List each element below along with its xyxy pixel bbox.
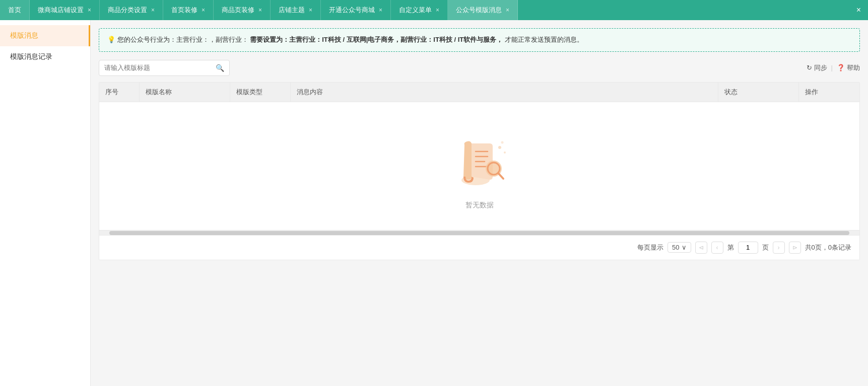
sync-label: 同步 — [814, 63, 827, 72]
tab-category-close[interactable]: × — [151, 7, 155, 14]
next-page-button[interactable]: › — [773, 242, 785, 254]
page-size-value: 50 — [672, 244, 679, 251]
tab-weshop-label: 微商城店铺设置 — [38, 6, 84, 15]
tab-product-decor-label: 商品页装修 — [222, 6, 254, 15]
tab-theme-close[interactable]: × — [309, 7, 312, 14]
help-icon: ❓ — [837, 64, 845, 71]
sidebar-item-template-record[interactable]: 模版消息记录 — [0, 46, 90, 67]
tab-mp-store-label: 开通公众号商城 — [329, 6, 375, 15]
close-all-button[interactable]: × — [849, 6, 868, 15]
col-action: 操作 — [799, 83, 859, 102]
tab-template-msg-close[interactable]: × — [506, 7, 509, 14]
prev-page-button[interactable]: ‹ — [711, 242, 723, 254]
sidebar-item-template-msg[interactable]: 模版消息 — [0, 25, 90, 46]
col-type: 模版类型 — [230, 83, 291, 102]
help-label: 帮助 — [847, 63, 860, 72]
sidebar-item-template-record-label: 模版消息记录 — [10, 52, 52, 60]
first-page-button[interactable]: ⊲ — [695, 242, 707, 254]
search-input[interactable] — [104, 64, 216, 71]
tab-theme-label: 店铺主题 — [279, 6, 305, 15]
notice-banner: 💡 您的公众号行业为：主营行业：，副营行业： 需要设置为：主营行业：IT科技 /… — [99, 28, 860, 52]
sync-button[interactable]: ↻ 同步 — [807, 63, 827, 72]
svg-point-8 — [498, 146, 501, 149]
page-input[interactable] — [738, 242, 758, 254]
notice-highlight: 需要设置为：主营行业：IT科技 / 互联网|电子商务，副营行业：IT科技 / I… — [250, 36, 503, 43]
horizontal-scrollbar[interactable] — [99, 230, 859, 235]
tab-home-label: 首页 — [8, 6, 21, 15]
tab-bar: 首页 微商城店铺设置 × 商品分类设置 × 首页装修 × 商品页装修 × 店铺主… — [0, 0, 868, 20]
sidebar: 模版消息 模版消息记录 — [0, 20, 91, 386]
col-content: 消息内容 — [291, 83, 718, 102]
notice-prefix: 您的公众号行业为：主营行业：，副营行业： — [117, 36, 248, 43]
col-status: 状态 — [718, 83, 799, 102]
main-content: 💡 您的公众号行业为：主营行业：，副营行业： 需要设置为：主营行业：IT科技 /… — [91, 20, 868, 386]
tab-home-decor-label: 首页装修 — [171, 6, 197, 15]
col-seq: 序号 — [99, 83, 140, 102]
tab-custom-menu[interactable]: 自定义菜单 × — [391, 0, 448, 20]
tab-template-msg[interactable]: 公众号模版消息 × — [448, 0, 518, 20]
table-header: 序号 模版名称 模版类型 消息内容 状态 操作 — [99, 83, 859, 102]
last-page-button[interactable]: ⊳ — [789, 242, 801, 254]
tab-mp-store-close[interactable]: × — [379, 7, 382, 14]
pagination: 每页显示 50 ∨ ⊲ ‹ 第 页 › ⊳ 共0页，0条记录 — [99, 235, 859, 260]
data-table: 序号 模版名称 模版类型 消息内容 状态 操作 — [99, 82, 860, 260]
page-size-select[interactable]: 50 ∨ — [667, 242, 691, 253]
notice-suffix: 才能正常发送预置的消息。 — [505, 36, 583, 43]
search-bar: 🔍 ↻ 同步 | ❓ 帮助 — [99, 60, 860, 76]
svg-point-10 — [501, 141, 503, 143]
tab-category[interactable]: 商品分类设置 × — [100, 0, 163, 20]
help-button[interactable]: ❓ 帮助 — [837, 63, 860, 72]
tab-mp-store[interactable]: 开通公众号商城 × — [321, 0, 391, 20]
total-info: 共0页，0条记录 — [805, 243, 851, 252]
tab-product-decor-close[interactable]: × — [258, 7, 262, 14]
search-input-wrap[interactable]: 🔍 — [99, 60, 230, 76]
toolbar-right: ↻ 同步 | ❓ 帮助 — [807, 63, 860, 72]
tab-category-label: 商品分类设置 — [108, 6, 147, 15]
sidebar-item-template-msg-label: 模版消息 — [10, 31, 38, 39]
tab-weshop-close[interactable]: × — [88, 7, 91, 14]
page-label: 第 — [727, 243, 734, 252]
tab-theme[interactable]: 店铺主题 × — [271, 0, 321, 20]
tab-custom-menu-close[interactable]: × — [436, 7, 439, 14]
scrollbar-thumb[interactable] — [109, 231, 849, 235]
tab-home-decor[interactable]: 首页装修 × — [163, 0, 214, 20]
sync-icon: ↻ — [807, 64, 812, 71]
empty-text: 暂无数据 — [465, 201, 494, 210]
svg-line-7 — [498, 173, 503, 179]
col-name: 模版名称 — [140, 83, 230, 102]
tab-custom-menu-label: 自定义菜单 — [399, 6, 432, 15]
svg-point-9 — [504, 151, 506, 153]
tab-product-decor[interactable]: 商品页装修 × — [214, 0, 271, 20]
notice-icon: 💡 — [107, 36, 117, 43]
tab-template-msg-label: 公众号模版消息 — [456, 6, 502, 15]
tab-home-decor-close[interactable]: × — [202, 7, 205, 14]
page-size-dropdown-icon: ∨ — [682, 244, 687, 251]
search-icon[interactable]: 🔍 — [216, 64, 224, 72]
tab-home[interactable]: 首页 — [0, 0, 30, 20]
empty-icon — [449, 132, 510, 193]
page-size-label: 每页显示 — [637, 243, 663, 252]
divider: | — [831, 64, 833, 71]
empty-state: 暂无数据 — [99, 102, 859, 230]
tab-weshop[interactable]: 微商城店铺设置 × — [30, 0, 100, 20]
layout: 模版消息 模版消息记录 💡 您的公众号行业为：主营行业：，副营行业： 需要设置为… — [0, 20, 868, 386]
page-unit: 页 — [762, 243, 769, 252]
